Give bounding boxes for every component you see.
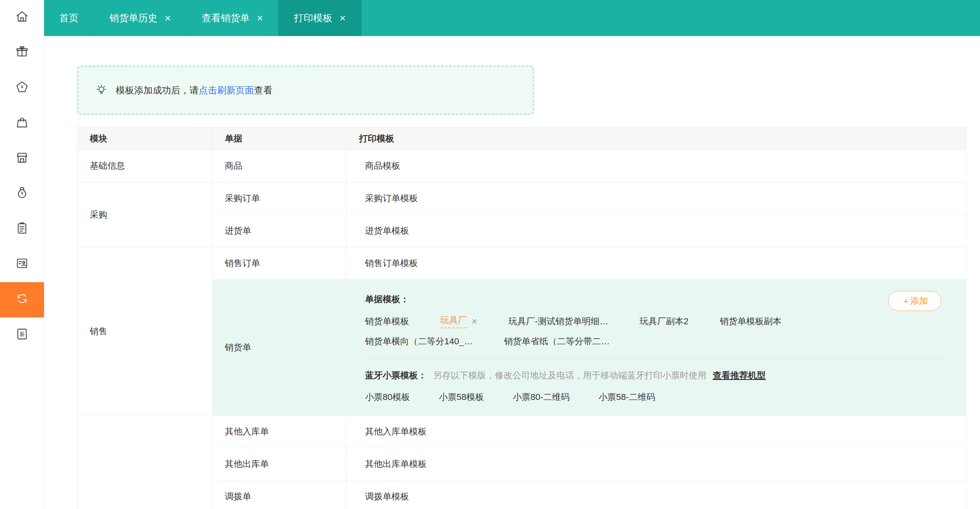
template-item[interactable]: 玩具厂-测试销货单明细… [508, 315, 608, 327]
recommended-models-link[interactable]: 查看推荐机型 [713, 370, 766, 382]
doc-cell: 调拨单 [213, 481, 347, 509]
doc-cell: 其他出库单 [213, 448, 347, 481]
header-print-template: 打印模板 [347, 127, 966, 150]
tab-home[interactable]: 首页 [44, 0, 94, 36]
sync-icon [15, 292, 29, 308]
template-cell[interactable]: 进货单模板 [347, 215, 966, 247]
template-cell[interactable]: 商品模板 [347, 150, 966, 182]
tab-label: 打印模板 [294, 12, 332, 24]
table-row: 采购 采购订单 采购订单模板 [78, 182, 966, 215]
template-item[interactable]: 销货单省纸（二等分带二… [504, 335, 610, 347]
template-list-row-2: 销货单横向（二等分140_… 销货单省纸（二等分带二… [365, 335, 948, 347]
print-template-table: 模块 单据 打印模板 基础信息 商品 商品模板 采购 采购订单 采购订单模板 进… [77, 127, 966, 509]
tab-print-template[interactable]: 打印模板 × [278, 0, 361, 36]
icon-sidebar: ¥ ¥ 新 [0, 0, 44, 509]
template-cell[interactable]: 销售订单模板 [347, 247, 966, 280]
doc-cell: 其他入库单 [213, 416, 347, 448]
module-cell [78, 416, 213, 509]
store-icon [15, 151, 29, 167]
sidebar-item-money[interactable]: ¥ [0, 176, 44, 212]
contacts-icon [15, 257, 29, 273]
bluetooth-template-desc: 另存以下模版，修改公司地址及电话，用于移动端蓝牙打印小票时使用 [433, 370, 706, 382]
template-item[interactable]: 小票58模板 [439, 391, 484, 403]
doc-cell: 销售订单 [213, 247, 347, 280]
tab-sales-history[interactable]: 销货单历史 × [94, 0, 186, 36]
template-item[interactable]: 销货单横向（二等分140_… [365, 335, 473, 347]
svg-text:新: 新 [20, 331, 25, 337]
sidebar-item-home[interactable] [0, 0, 44, 35]
template-cell[interactable]: 采购订单模板 [347, 182, 966, 215]
tab-view-sales-order[interactable]: 查看销货单 × [186, 0, 278, 36]
close-icon[interactable]: × [165, 13, 171, 23]
header-document: 单据 [213, 127, 347, 150]
template-item[interactable]: 销货单模板副本 [720, 315, 782, 327]
clipboard-icon [15, 221, 29, 237]
new-doc-icon: 新 [15, 327, 29, 343]
header-module: 模块 [78, 127, 213, 150]
sidebar-item-sync-active[interactable] [0, 282, 44, 317]
tab-label: 销货单历史 [109, 12, 157, 24]
sidebar-item-new-doc[interactable]: 新 [0, 317, 44, 353]
add-template-button[interactable]: ＋添加 [888, 291, 941, 311]
coupon-icon: ¥ [15, 80, 29, 96]
table-row: 销售 销售订单 销售订单模板 [78, 247, 966, 280]
module-cell: 基础信息 [78, 150, 213, 182]
notice-text-prefix: 模板添加成功后，请 [116, 84, 199, 97]
template-item[interactable]: 小票80模板 [365, 391, 410, 403]
main-content: 模板添加成功后，请点击刷新页面查看 模块 单据 打印模板 基础信息 商品 商品模… [44, 36, 980, 509]
sidebar-item-store[interactable] [0, 141, 44, 176]
doc-cell: 进货单 [213, 215, 347, 247]
notice-text-suffix: 查看 [254, 84, 272, 97]
ticket-template-list: 小票80模板 小票58模板 小票80-二维码 小票58-二维码 [365, 391, 948, 403]
table-row: 基础信息 商品 商品模板 [78, 150, 966, 182]
svg-text:¥: ¥ [20, 190, 24, 196]
bluetooth-template-label: 蓝牙小票模板： [365, 370, 427, 382]
close-icon[interactable]: × [339, 13, 345, 23]
lightbulb-icon [95, 84, 108, 97]
money-bag-icon: ¥ [15, 186, 29, 202]
doc-cell: 商品 [213, 150, 347, 182]
template-list-row-1: 销货单模板 玩具厂 × 玩具厂-测试销货单明细… 玩具厂副本2 销货单模板副本 [365, 314, 948, 328]
refresh-page-link[interactable]: 点击刷新页面 [199, 84, 254, 97]
template-cell[interactable]: 调拨单模板 [347, 481, 966, 509]
section-divider [365, 359, 948, 359]
sidebar-item-coupon[interactable]: ¥ [0, 71, 44, 106]
shopping-bag-icon [15, 115, 29, 131]
table-row: 其他入库单 其他入库单模板 [78, 416, 966, 448]
tab-bar: 首页 销货单历史 × 查看销货单 × 打印模板 × [44, 0, 980, 36]
bluetooth-section-header: 蓝牙小票模板： 另存以下模版，修改公司地址及电话，用于移动端蓝牙打印小票时使用 … [365, 370, 948, 382]
sidebar-item-contacts[interactable] [0, 247, 44, 282]
doc-cell: 销货单 [213, 280, 347, 416]
sidebar-item-gift[interactable] [0, 35, 44, 71]
home-icon [15, 10, 29, 26]
sidebar-item-orders[interactable] [0, 212, 44, 247]
template-item[interactable]: 玩具厂副本2 [639, 315, 688, 327]
template-item[interactable]: 销货单模板 [365, 315, 409, 327]
remove-template-icon[interactable]: × [472, 316, 477, 327]
gift-icon [15, 45, 29, 61]
doc-template-section-label: 单据模板： [365, 293, 948, 305]
template-cell[interactable]: 其他出库单模板 [347, 448, 966, 481]
selected-template-label[interactable]: 玩具厂 [440, 314, 467, 328]
tab-label: 首页 [59, 12, 79, 24]
refresh-notice-banner: 模板添加成功后，请点击刷新页面查看 [77, 66, 534, 115]
template-cell[interactable]: 其他入库单模板 [347, 416, 966, 448]
template-item[interactable]: 小票58-二维码 [599, 391, 655, 403]
module-cell: 采购 [78, 182, 213, 247]
tab-label: 查看销货单 [202, 12, 250, 24]
sales-order-template-cell: 单据模板： ＋添加 销货单模板 玩具厂 × 玩具厂-测试销货单明细… 玩具厂副本… [347, 280, 966, 416]
module-cell: 销售 [78, 247, 213, 416]
sidebar-item-shopping-bag[interactable] [0, 106, 44, 141]
svg-text:¥: ¥ [20, 84, 24, 89]
table-header-row: 模块 单据 打印模板 [78, 127, 966, 150]
doc-cell: 采购订单 [213, 182, 347, 215]
template-item[interactable]: 小票80-二维码 [513, 391, 570, 403]
selected-template-item: 玩具厂 × [440, 314, 477, 328]
close-icon[interactable]: × [257, 13, 263, 23]
